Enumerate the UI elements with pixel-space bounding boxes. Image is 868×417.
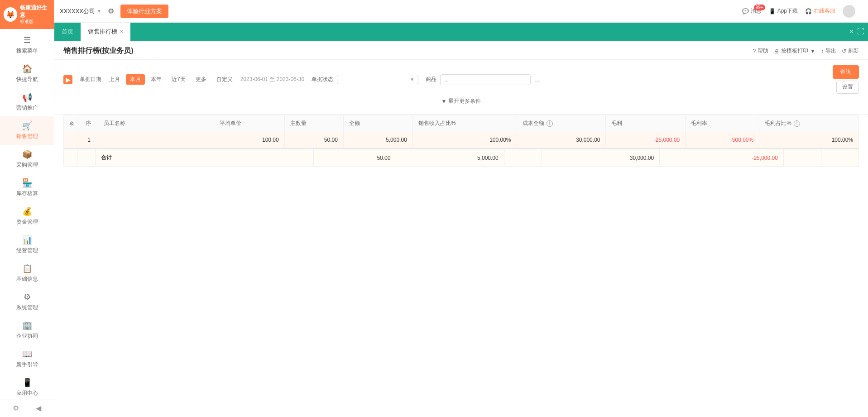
refresh-btn[interactable]: ↺ 刷新 (842, 47, 859, 55)
sidebar-item-label: 应用中心 (16, 389, 38, 397)
date-filter: 单据日期 上月 本月 本年 近7天 更多 自定义 2023-06-01 至 20… (80, 74, 304, 85)
status-filter: 单据状态 ▼ (312, 75, 418, 84)
finance-icon: 💰 (22, 206, 32, 216)
logo-text: 畅康通好生意 标准版 (20, 5, 50, 24)
tab-maximize-btn[interactable]: ⛶ (857, 28, 864, 36)
footer-table: 合计 50.00 5,000.00 30,000.00 -25,000.00 (63, 149, 859, 167)
sidebar: 🦊 畅康通好生意 标准版 ☰ 搜索菜单 🏠 快捷导航 📢 营销推广 🛒 销售管理… (0, 0, 54, 417)
sidebar-item-inventory[interactable]: 🏪 库存核算 (0, 173, 54, 202)
expand-more-btn[interactable]: ▼ 展开更多条件 (441, 97, 481, 105)
filter-area: ▶ 单据日期 上月 本月 本年 近7天 更多 自定义 2023-0 (54, 60, 868, 115)
sidebar-settings-btn[interactable]: ⚙ (13, 404, 19, 412)
sidebar-item-label: 营销推广 (16, 104, 38, 112)
message-badge: 99+ (754, 5, 765, 10)
sidebar-bottom: ⚙ ◀ (0, 399, 54, 417)
more-date-btn[interactable]: 更多 (192, 74, 211, 85)
table-footer-area: 合计 50.00 5,000.00 30,000.00 -25,000.00 (63, 148, 859, 167)
footer-gross-cell: -25,000.00 (660, 149, 784, 167)
gross-pct-info-icon[interactable]: i (794, 120, 800, 127)
last7-btn[interactable]: 近7天 (168, 74, 190, 85)
status-select[interactable]: ▼ (337, 75, 418, 84)
last-month-btn[interactable]: 上月 (105, 74, 124, 85)
refresh-icon: ↺ (842, 48, 846, 54)
operations-icon: 📊 (22, 235, 32, 245)
sidebar-item-sales[interactable]: 🛒 销售管理 (0, 116, 54, 145)
tab-close-icon[interactable]: × (120, 29, 123, 35)
home-icon: 🏠 (22, 64, 32, 74)
footer-label-cell: 合计 (96, 149, 276, 167)
date-range-group: 上月 本月 本年 近7天 更多 自定义 (105, 74, 237, 85)
topbar-gear-icon[interactable]: ⚙ (108, 7, 114, 15)
data-table: ⚙ 序 员工名称 平均单价 主数量 全额 销售收入占比% 成本全额 i 毛利 (63, 115, 859, 148)
footer-settings-cell (64, 149, 77, 167)
row-gross-rate: -500.00% (686, 132, 759, 148)
sidebar-item-label: 快捷导航 (16, 76, 38, 83)
company-selector[interactable]: XXXXXX公司 ▼ (60, 7, 101, 15)
trial-btn[interactable]: 体验行业方案 (120, 5, 168, 18)
help-btn[interactable]: ? 帮助 (753, 47, 768, 55)
export-btn[interactable]: ↑ 导出 (821, 47, 836, 55)
row-rank: 1 (80, 132, 98, 148)
service-label: 在线客服 (814, 7, 835, 15)
print-icon: 🖨 (774, 48, 779, 54)
tab-minimize-btn[interactable]: × (849, 28, 854, 36)
inventory-icon: 🏪 (22, 178, 32, 188)
footer-amount-cell: 5,000.00 (396, 149, 504, 167)
footer-cost-cell: 30,000.00 (542, 149, 659, 167)
th-sales-pct: 销售收入占比% (412, 115, 517, 132)
row-sales-pct: 100.00% (412, 132, 517, 148)
this-year-btn[interactable]: 本年 (147, 74, 166, 85)
sidebar-collapse-btn[interactable]: ◀ (36, 404, 41, 412)
page-actions: ? 帮助 🖨 按模板打印 ▼ ↑ 导出 ↺ 刷新 (753, 47, 859, 55)
th-name: 员工名称 (98, 115, 214, 132)
print-dropdown-icon: ▼ (810, 48, 815, 54)
print-btn[interactable]: 🖨 按模板打印 ▼ (774, 47, 815, 55)
search-menu-icon: ☰ (24, 35, 31, 45)
this-month-btn[interactable]: 本月 (126, 74, 145, 85)
cost-info-icon[interactable]: i (547, 120, 553, 127)
footer-gross-pct-cell (821, 149, 858, 167)
message-btn[interactable]: 💬 消息 99+ (742, 7, 762, 15)
topbar-right: 💬 消息 99+ 📱 App下载 🎧 在线客服 (742, 5, 863, 18)
status-dropdown-icon: ▼ (410, 77, 414, 82)
sidebar-item-basicinfo[interactable]: 📋 基础信息 (0, 259, 54, 288)
tab-home[interactable]: 首页 (54, 23, 81, 41)
sidebar-item-marketing[interactable]: 📢 营销推广 (0, 88, 54, 116)
basicinfo-icon: 📋 (22, 264, 32, 273)
sidebar-item-label: 经营管理 (16, 247, 38, 254)
table-row: 1 100.00 50.00 5,000.00 100.00% 30,000.0… (64, 132, 859, 148)
goods-input[interactable] (440, 74, 531, 85)
system-icon: ⚙ (24, 292, 31, 302)
sidebar-item-label: 基础信息 (16, 275, 38, 283)
sidebar-item-appcenter[interactable]: 📱 应用中心 (0, 373, 54, 399)
custom-date-btn[interactable]: 自定义 (212, 74, 237, 85)
th-amount: 全额 (343, 115, 412, 132)
tab-sales-rank[interactable]: 销售排行榜 × (81, 23, 130, 41)
page-header: 销售排行榜(按业务员) ? 帮助 🖨 按模板打印 ▼ ↑ 导出 (54, 41, 868, 60)
footer-rank-cell (77, 149, 96, 167)
tab-home-label: 首页 (62, 28, 73, 36)
table-body: 1 100.00 50.00 5,000.00 100.00% 30,000.0… (64, 132, 859, 148)
sidebar-item-search[interactable]: ☰ 搜索菜单 (0, 31, 54, 59)
sidebar-item-system[interactable]: ⚙ 系统管理 (0, 288, 54, 316)
app-download-btn[interactable]: 📱 App下载 (769, 7, 798, 15)
sidebar-item-guide[interactable]: 📖 新手引导 (0, 345, 54, 373)
sidebar-item-quicknav[interactable]: 🏠 快捷导航 (0, 59, 54, 88)
query-btn[interactable]: 查询 (833, 65, 859, 79)
company-dropdown-icon: ▼ (97, 9, 101, 14)
filter-toggle-btn[interactable]: ▶ (63, 75, 72, 84)
settings-btn[interactable]: 设置 (836, 81, 859, 94)
sidebar-item-operations[interactable]: 📊 经营管理 (0, 230, 54, 259)
th-settings[interactable]: ⚙ (64, 115, 80, 132)
table-container: ⚙ 序 员工名称 平均单价 主数量 全额 销售收入占比% 成本全额 i 毛利 (54, 115, 868, 148)
avatar[interactable] (843, 5, 855, 18)
expand-icon: ▼ (441, 98, 447, 105)
topbar: XXXXXX公司 ▼ ⚙ 体验行业方案 💬 消息 99+ 📱 App下载 🎧 在… (54, 0, 868, 23)
sidebar-item-finance[interactable]: 💰 资金管理 (0, 202, 54, 230)
main-area: XXXXXX公司 ▼ ⚙ 体验行业方案 💬 消息 99+ 📱 App下载 🎧 在… (54, 0, 868, 417)
sidebar-item-purchase[interactable]: 📦 采购管理 (0, 145, 54, 173)
goods-more-icon[interactable]: ... (534, 76, 539, 83)
online-service-btn[interactable]: 🎧 在线客服 (805, 7, 835, 15)
page-title: 销售排行榜(按业务员) (63, 46, 134, 56)
sidebar-item-enterprise[interactable]: 🏢 企业协同 (0, 316, 54, 345)
